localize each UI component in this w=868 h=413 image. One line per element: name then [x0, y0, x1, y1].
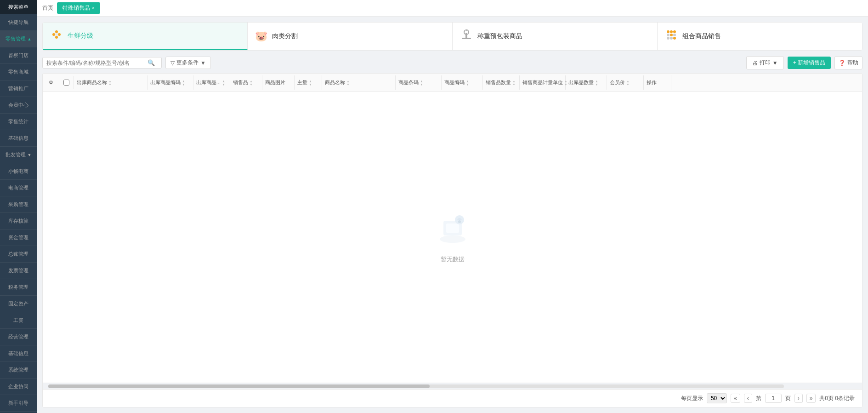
- th-sale-qty[interactable]: 销售品数量 ▲▼: [483, 75, 520, 90]
- filter-label: 更多条件: [176, 59, 199, 67]
- search-icon[interactable]: 🔍: [148, 59, 155, 66]
- empty-text: 暂无数据: [441, 255, 465, 264]
- print-button[interactable]: 🖨 打印 ▼: [746, 56, 784, 69]
- fresh-icon: [50, 28, 63, 44]
- sidebar-item-label: 零售统计: [8, 118, 28, 125]
- tab-card-meat[interactable]: 🐷 肉类分割: [248, 23, 453, 50]
- topnav-home[interactable]: 首页: [42, 4, 53, 12]
- th-barcode[interactable]: 商品条码 ▲▼: [396, 75, 442, 90]
- chevron-down-icon: ▲: [28, 37, 32, 41]
- sidebar-item-newbie[interactable]: 新手引导: [0, 395, 37, 412]
- th-outbound-code[interactable]: 出库商品编码 ▲▼: [148, 75, 193, 90]
- topnav-tab-close[interactable]: ×: [92, 6, 95, 11]
- sidebar-item-label: 总账管理: [8, 251, 28, 258]
- first-page-button[interactable]: «: [731, 394, 740, 403]
- sidebar-item-label: 零售商城: [8, 69, 28, 75]
- tab-card-combo-label: 组合商品销售: [682, 32, 721, 40]
- per-page-label: 每页显示: [681, 395, 703, 402]
- sidebar-item-label: 督察门店: [8, 52, 28, 59]
- sidebar-item-salary[interactable]: 工资: [0, 312, 37, 329]
- svg-rect-6: [465, 33, 467, 38]
- sidebar-item-members[interactable]: 会员中心: [0, 97, 37, 114]
- sidebar-item-quicknav[interactable]: 快捷导航: [0, 14, 37, 31]
- th-goods-code[interactable]: 商品编码 ▲▼: [442, 75, 483, 90]
- sidebar-item-sysadmin[interactable]: 系统管理: [0, 362, 37, 379]
- topnav-tab-label: 特殊销售品: [62, 4, 90, 12]
- prev-page-button[interactable]: ‹: [744, 394, 752, 403]
- sidebar-item-label: 快捷导航: [8, 19, 28, 26]
- sidebar-item-label: 资金管理: [8, 234, 28, 241]
- sidebar-item-inventory[interactable]: 库存核算: [0, 213, 37, 229]
- th-settings[interactable]: ⚙: [43, 76, 59, 89]
- th-checkbox[interactable]: [59, 76, 74, 89]
- sidebar-item-marketing[interactable]: 营销推广: [0, 80, 37, 97]
- page-suffix: 页: [785, 395, 791, 402]
- scroll-thumb[interactable]: [48, 384, 430, 388]
- sidebar-item-purchase[interactable]: 采购管理: [0, 196, 37, 213]
- th-main-quantity[interactable]: 主量 ▲▼: [295, 75, 322, 90]
- page-input[interactable]: [765, 394, 782, 403]
- sidebar-item-fixedassets[interactable]: 固定资产: [0, 296, 37, 312]
- svg-point-1: [55, 30, 58, 33]
- th-outbound-name[interactable]: 出库商品名称 ▲▼: [74, 75, 148, 90]
- chevron-down-icon: ▼: [28, 153, 32, 157]
- th-member-price[interactable]: 会员价 ▲▼: [607, 75, 644, 90]
- sidebar-item-basicinfo1[interactable]: 基础信息: [0, 130, 37, 147]
- help-button[interactable]: ❓ 帮助: [834, 56, 862, 69]
- search-box[interactable]: 🔍: [42, 57, 162, 69]
- sidebar-item-invoice[interactable]: 发票管理: [0, 263, 37, 279]
- topnav: 首页 特殊销售品 ×: [37, 0, 868, 17]
- sidebar: 搜索菜单 快捷导航 零售管理 ▲ 督察门店 零售商城 营销推广 会员中心 零售统…: [0, 0, 37, 413]
- sidebar-logo[interactable]: 搜索菜单: [0, 0, 37, 14]
- last-page-button[interactable]: »: [806, 394, 816, 403]
- tab-card-fresh[interactable]: 生鲜分级: [43, 23, 248, 50]
- sidebar-item-ecommman[interactable]: 电商管理: [0, 180, 37, 196]
- help-icon: ❓: [839, 60, 845, 66]
- data-table: ⚙ 出库商品名称 ▲▼ 出库商品编码 ▲▼ 出库商品... ▲▼ 销售品: [42, 73, 862, 407]
- print-icon: 🖨: [752, 60, 758, 66]
- sidebar-item-finance[interactable]: 资金管理: [0, 229, 37, 246]
- th-sale-item[interactable]: 销售品 ▲▼: [230, 75, 262, 90]
- search-input[interactable]: [46, 60, 148, 66]
- svg-point-19: [673, 37, 676, 40]
- sidebar-item-general-ledger[interactable]: 总账管理: [0, 246, 37, 263]
- sidebar-item-retailstats[interactable]: 零售统计: [0, 114, 37, 130]
- print-label: 打印: [760, 59, 771, 67]
- sort-arrows-icon: ▲▼: [346, 80, 350, 86]
- tab-card-meat-label: 肉类分割: [272, 32, 298, 40]
- sidebar-item-label: 企业协同: [8, 383, 28, 390]
- topnav-tab-special[interactable]: 特殊销售品 ×: [57, 2, 100, 14]
- sidebar-item-storecheck[interactable]: 督察门店: [0, 47, 37, 64]
- sidebar-item-ecommsmall[interactable]: 小畅电商: [0, 163, 37, 180]
- horizontal-scrollbar[interactable]: [43, 383, 862, 389]
- next-page-button[interactable]: ›: [794, 394, 803, 403]
- sort-arrows-icon: ▲▼: [309, 80, 312, 86]
- sidebar-item-retail[interactable]: 零售管理 ▲: [0, 31, 37, 47]
- th-sale-unit[interactable]: 销售商品计量单位 ▲▼: [520, 75, 566, 90]
- th-goods-name[interactable]: 商品名称 ▲▼: [322, 75, 396, 90]
- empty-state-icon: [434, 212, 471, 250]
- sidebar-item-label: 固定资产: [8, 300, 28, 307]
- sort-arrows-icon: ▲▼: [626, 80, 630, 86]
- sort-arrows-icon: ▲▼: [420, 80, 423, 86]
- sort-arrows-icon: ▲▼: [222, 80, 225, 86]
- add-sale-item-button[interactable]: + 新增销售品: [788, 57, 831, 69]
- sidebar-item-wholesale[interactable]: 批发管理 ▼: [0, 147, 37, 163]
- svg-line-10: [468, 31, 469, 32]
- filter-button[interactable]: ▽ 更多条件 ▼: [165, 57, 211, 69]
- tab-card-prepack-label: 称重预包装商品: [477, 32, 522, 40]
- th-out-qty[interactable]: 出库品数量 ▲▼: [566, 75, 607, 90]
- sidebar-item-label: 电商管理: [8, 184, 28, 191]
- sidebar-item-retailmall[interactable]: 零售商城: [0, 64, 37, 80]
- sidebar-item-enterprise[interactable]: 企业协同: [0, 379, 37, 395]
- svg-point-0: [52, 33, 55, 36]
- sidebar-item-label: 税务管理: [8, 284, 28, 291]
- sidebar-item-bizman[interactable]: 经营管理: [0, 329, 37, 345]
- sidebar-item-tax[interactable]: 税务管理: [0, 279, 37, 296]
- sidebar-item-basicinfo2[interactable]: 基础信息: [0, 345, 37, 362]
- tab-card-prepack[interactable]: 称重预包装商品: [453, 23, 658, 50]
- select-all-checkbox[interactable]: [63, 80, 69, 86]
- tab-card-combo[interactable]: 组合商品销售: [658, 23, 862, 50]
- per-page-select[interactable]: 50: [707, 393, 727, 403]
- th-outbound-spec[interactable]: 出库商品... ▲▼: [193, 75, 230, 90]
